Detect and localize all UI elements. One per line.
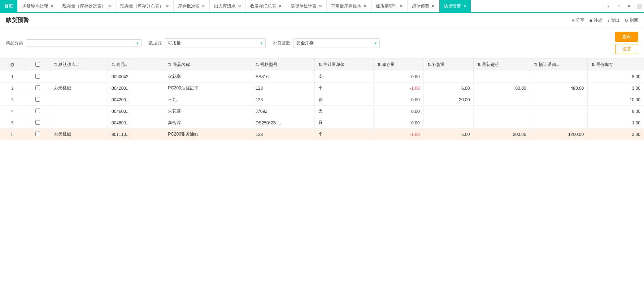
cell-restock: 6.00 [423,83,474,94]
tab-next-button[interactable]: › [614,0,624,13]
cell-seq: 1 [0,71,25,83]
tab-home[interactable]: 首页 [0,0,18,12]
th-code[interactable]: ⇅ 商品... [108,59,164,71]
th-settings[interactable]: ⚙ [0,59,25,71]
cell-spec: 123 [252,83,315,94]
th-unit[interactable]: ⇅ 主计量单位 [314,59,373,71]
row-checkbox[interactable] [35,120,40,125]
tab-stock-status[interactable]: 现存量（库存状况表） ✕ [58,0,116,12]
cell-supplier: 力天机械 [50,129,108,140]
row-checkbox[interactable] [35,132,40,136]
cell-forecast [530,117,588,129]
share-button[interactable]: ⎘ 分享 [572,17,584,23]
settings-button[interactable]: 设置 [615,44,638,54]
tab-stock-dist-close[interactable]: ✕ [166,4,169,9]
cell-check[interactable] [25,71,50,83]
refresh-button[interactable]: ↻ 刷新 [625,17,638,23]
query-button[interactable]: 查询 [615,32,638,42]
th-minstock[interactable]: ⇅ 最低库存 [588,59,644,71]
tab-available-ledger-close[interactable]: ✕ [364,4,367,9]
tab-fullscreen-button[interactable]: ⬜ [634,0,644,13]
tab-exception-close[interactable]: ✕ [50,4,53,9]
tab-expiry-label: 保质期查询 [376,3,397,9]
cell-stock: 0.00 [373,71,423,83]
cell-stock: 0.00 [373,94,423,106]
table-row: 6 力天机械 801110... PC200张紧油缸 123 个 -1.00 6… [0,129,644,140]
tab-close-button[interactable]: ✕ [624,0,634,13]
cell-stock: 0.00 [373,106,423,117]
tab-stock-status-close[interactable]: ✕ [108,4,111,9]
tab-prev-button[interactable]: ‹ [604,0,614,13]
tab-receive-total-close[interactable]: ✕ [278,4,282,9]
restock-button[interactable]: ■ 补货 [589,17,602,23]
select-all-checkbox[interactable] [35,62,40,67]
th-forecast[interactable]: ⇅ 预计采购... [530,59,588,71]
gear-icon[interactable]: ⚙ [10,62,15,68]
cell-restock: 6.00 [423,129,474,140]
row-checkbox[interactable] [35,97,40,102]
cell-price [474,71,530,83]
cell-check[interactable] [25,83,50,94]
tab-inout-flow[interactable]: 出入库流水 ✕ [210,0,246,12]
table-row: 2 力天机械 004200... PC200油缸缸子 123 个 -1.00 6… [0,83,644,94]
tab-available-ledger[interactable]: 可用量库存账本 ✕ [327,0,371,12]
cell-check[interactable] [25,106,50,117]
cell-check[interactable] [25,129,50,140]
th-price[interactable]: ⇅ 最新进价 [474,59,530,71]
th-restock-label: 补货量 [432,62,445,68]
category-arrow-icon: ▾ [136,41,138,45]
cell-forecast [530,94,588,106]
th-unit-sort-icon: ⇅ [318,62,322,67]
th-spec-sort-icon: ⇅ [256,62,259,67]
restock-basis-arrow-icon: ▾ [375,41,377,45]
th-supplier-label: 默认供应... [58,62,79,68]
cell-seq: 6 [0,129,25,140]
export-button[interactable]: ↓ 导出 [607,17,619,23]
cell-forecast [530,106,588,117]
tab-exception[interactable]: 拣货异常处理 ✕ [18,0,58,12]
tab-overstock-close[interactable]: ✕ [431,4,435,9]
datasource-arrow-icon: ▾ [261,41,262,45]
th-stock[interactable]: ⇅ 库存量 [373,59,423,71]
tab-stock-dist[interactable]: 现存量（库存分布表） ✕ [116,0,174,12]
cell-supplier [50,71,108,83]
tab-expiry-close[interactable]: ✕ [400,4,403,9]
tab-order-stats-label: 要货单统计表 [291,3,317,9]
row-checkbox[interactable] [35,85,40,90]
tab-bar: 首页 拣货异常处理 ✕ 现存量（库存状况表） ✕ 现存量（库存分布表） ✕ 库存… [0,0,644,13]
table-row: 3 004200... 三九 123 箱 0.00 20.00 10.00 [0,94,644,106]
cell-check[interactable] [25,117,50,129]
tab-order-stats[interactable]: 要货单统计表 ✕ [286,0,327,12]
th-restock[interactable]: ⇅ 补货量 [423,59,474,71]
cell-spec: 123 [252,129,315,140]
tab-expiry[interactable]: 保质期查询 ✕ [371,0,408,12]
tab-exception-label: 拣货异常处理 [22,3,48,9]
restock-basis-select[interactable]: 安全库存 ▾ [293,38,380,48]
cell-unit: 个 [314,83,373,94]
row-checkbox[interactable] [35,74,40,79]
th-forecast-label: 预计采购... [539,62,560,68]
th-code-sort-icon: ⇅ [112,62,115,67]
category-label: 商品分类 [6,40,23,46]
tab-overstock[interactable]: 超储预警 ✕ [408,0,439,12]
tab-receive-total[interactable]: 收发存汇总表 ✕ [246,0,286,12]
tab-batch-close[interactable]: ✕ [202,4,205,9]
tab-shortage[interactable]: 缺货预警 ✕ [439,0,471,12]
cell-unit: 个 [314,129,373,140]
th-checkbox[interactable] [25,59,50,71]
th-spec[interactable]: ⇅ 规格型号 [252,59,315,71]
th-minstock-sort-icon: ⇅ [591,62,595,67]
export-icon: ↓ [607,18,609,23]
th-name[interactable]: ⇅ 商品名称 [164,59,252,71]
category-select[interactable]: ▾ [26,39,142,47]
datasource-select[interactable]: 可用量 ▾ [165,38,266,48]
row-checkbox[interactable] [35,109,40,113]
cell-name: PC200油缸缸子 [164,83,252,94]
th-supplier[interactable]: ⇅ 默认供应... [50,59,108,71]
tab-shortage-close[interactable]: ✕ [463,4,466,9]
tab-order-stats-close[interactable]: ✕ [319,4,322,9]
tab-batch[interactable]: 库存批次账 ✕ [174,0,210,12]
cell-unit: 支 [314,71,373,83]
cell-check[interactable] [25,94,50,106]
tab-inout-flow-close[interactable]: ✕ [238,4,241,9]
